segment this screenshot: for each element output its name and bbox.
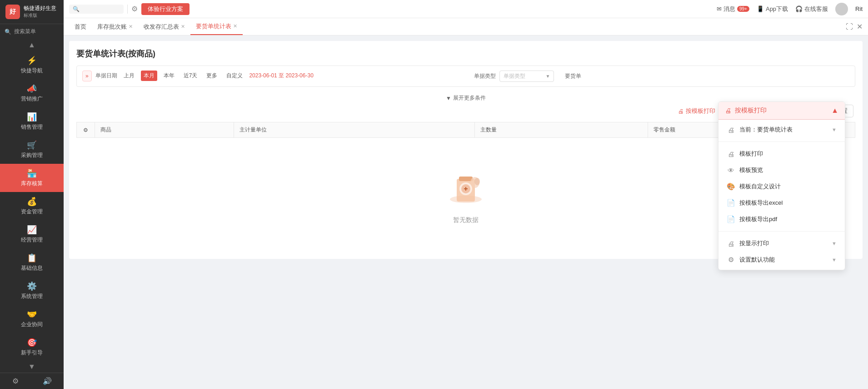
sidebar-item-basic[interactable]: 📋 基础信息 bbox=[0, 248, 64, 277]
type-select-arrow: ▼ bbox=[545, 74, 550, 79]
template-custom-label: 模板自定义设计 bbox=[739, 182, 781, 191]
dropdown-template-section: 🖨 模板打印 👁 模板预览 🎨 模板自定义设计 📄 按模板导出excel 📄 bbox=[718, 144, 845, 229]
current-arrow: ▼ bbox=[832, 127, 837, 132]
dropdown-default-settings[interactable]: ⚙ 设置默认功能 ▼ bbox=[718, 252, 845, 268]
sidebar-item-system[interactable]: ⚙️ 系统管理 bbox=[0, 277, 64, 305]
export-excel-label: 按模板导出excel bbox=[739, 199, 783, 207]
sidebar-scroll-up[interactable]: ▲ bbox=[0, 39, 64, 51]
sidebar-search[interactable]: 🔍 搜索菜单 bbox=[0, 24, 64, 39]
message-badge: 99+ bbox=[737, 6, 749, 12]
display-print-arrow: ▼ bbox=[832, 241, 837, 246]
dropdown-export-excel[interactable]: 📄 按模板导出excel bbox=[718, 195, 845, 211]
sidebar-item-enterprise[interactable]: 🤝 企业协同 bbox=[0, 305, 64, 333]
filter-expand-btn[interactable]: » bbox=[82, 71, 92, 81]
marketing-icon: 📣 bbox=[27, 84, 37, 94]
template-preview-label: 模板预览 bbox=[739, 166, 763, 174]
settings-bottom-icon[interactable]: ⚙ bbox=[12, 377, 19, 385]
tab-maximize-icon[interactable]: ⛶ bbox=[846, 23, 853, 31]
user-avatar[interactable] bbox=[835, 3, 848, 15]
date-prev-month-btn[interactable]: 上月 bbox=[121, 71, 137, 81]
tab-inventory-batch[interactable]: 库存批次账 ✕ bbox=[92, 19, 138, 35]
sidebar-item-marketing[interactable]: 📣 营销推广 bbox=[0, 79, 64, 107]
tab-order-stats-close[interactable]: ✕ bbox=[233, 23, 237, 29]
user-name: Rit bbox=[855, 5, 863, 12]
sidebar-item-label: 企业协同 bbox=[21, 321, 43, 328]
current-label: 当前：要货单统计表 bbox=[739, 126, 793, 134]
trial-btn[interactable]: 体验行业方案 bbox=[141, 3, 190, 15]
date-current-month-btn[interactable]: 本月 bbox=[141, 71, 157, 81]
dropdown-template-preview[interactable]: 👁 模板预览 bbox=[718, 162, 845, 178]
print-dropdown-header: 🖨 按模板打印 ▲ bbox=[718, 102, 845, 120]
dropdown-template-custom[interactable]: 🎨 模板自定义设计 bbox=[718, 178, 845, 195]
filter-bar: » 单据日期 上月 本月 本年 近7天 更多 自定义 2023-06-01 至 … bbox=[76, 66, 855, 87]
topbar-search-icon: 🔍 bbox=[73, 6, 80, 12]
service-icon: 🎧 bbox=[795, 5, 803, 12]
tab-order-stats[interactable]: 要货单统计表 ✕ bbox=[190, 19, 243, 35]
sidebar-item-label: 新手引导 bbox=[21, 349, 43, 357]
dropdown-display-print[interactable]: 🖨 按显示打印 ▼ bbox=[718, 235, 845, 252]
purchase-icon: 🛒 bbox=[27, 140, 37, 150]
type-select[interactable]: 单据类型 ▼ bbox=[499, 71, 554, 82]
topbar-message[interactable]: ✉ 消息 99+ bbox=[717, 5, 749, 13]
sidebar-item-label: 经营管理 bbox=[21, 236, 43, 244]
newbie-icon: 🎯 bbox=[27, 338, 37, 348]
export-excel-icon: 📄 bbox=[727, 199, 735, 207]
sidebar-bottom: ⚙ 🔊 bbox=[0, 373, 64, 389]
topbar-search[interactable]: 🔍 bbox=[69, 5, 124, 14]
tab-close-icon[interactable]: ✕ bbox=[857, 22, 863, 31]
col-settings[interactable]: ⚙ bbox=[77, 122, 95, 138]
tab-inventory-batch-label: 库存批次账 bbox=[97, 23, 127, 31]
sidebar-item-label: 营销推广 bbox=[21, 95, 43, 103]
print-dropdown-icon: 🖨 bbox=[725, 107, 731, 114]
date-custom-btn[interactable]: 自定义 bbox=[224, 71, 245, 81]
filter-section-date: 单据日期 上月 本月 本年 近7天 更多 自定义 2023-06-01 至 20… bbox=[95, 71, 471, 81]
template-custom-icon: 🎨 bbox=[727, 182, 735, 191]
tab-collection-summary[interactable]: 收发存汇总表 ✕ bbox=[138, 19, 190, 35]
print-dropdown-title-area: 🖨 按模板打印 bbox=[725, 106, 767, 115]
app-logo-icon: 好 bbox=[5, 5, 20, 19]
default-settings-icon: ⚙ bbox=[727, 256, 735, 264]
tab-home-label: 首页 bbox=[75, 23, 86, 31]
sidebar-item-finance[interactable]: 💰 资金管理 bbox=[0, 192, 64, 220]
topbar-online-service[interactable]: 🎧 在线客服 bbox=[795, 5, 828, 13]
current-icon: 🖨 bbox=[727, 126, 735, 134]
sound-icon[interactable]: 🔊 bbox=[43, 377, 52, 385]
dropdown-export-pdf[interactable]: 📄 按模板导出pdf bbox=[718, 211, 845, 227]
print-dropdown-title: 按模板打印 bbox=[735, 106, 767, 115]
date-current-year-btn[interactable]: 本年 bbox=[161, 71, 177, 81]
dropdown-divider-2 bbox=[718, 231, 845, 232]
tab-collection-summary-close[interactable]: ✕ bbox=[181, 24, 185, 30]
sidebar-scroll-down[interactable]: ▼ bbox=[0, 361, 64, 373]
template-print-label: 模板打印 bbox=[739, 150, 763, 158]
svg-point-8 bbox=[474, 178, 480, 185]
service-label: 在线客服 bbox=[804, 5, 828, 13]
sidebar-item-sales[interactable]: 📊 销售管理 bbox=[0, 107, 64, 136]
topbar-app-download[interactable]: 📱 App下载 bbox=[757, 5, 788, 13]
export-pdf-label: 按模板导出pdf bbox=[739, 215, 777, 223]
tab-home[interactable]: 首页 bbox=[69, 19, 92, 35]
sidebar-search-label: 搜索菜单 bbox=[14, 28, 36, 35]
sidebar-item-newbie[interactable]: 🎯 新手引导 bbox=[0, 333, 64, 361]
topbar-divider bbox=[127, 5, 128, 14]
print-dropdown-close[interactable]: ▲ bbox=[831, 106, 838, 115]
date-last-7-days-btn[interactable]: 近7天 bbox=[181, 71, 200, 81]
sidebar-item-label: 快捷导航 bbox=[21, 67, 43, 75]
topbar-gear-icon[interactable]: ⚙ bbox=[131, 5, 138, 13]
tab-inventory-batch-close[interactable]: ✕ bbox=[129, 24, 133, 30]
dropdown-template-print[interactable]: 🖨 模板打印 bbox=[718, 146, 845, 162]
page-title: 要货单统计表(按商品) bbox=[76, 48, 855, 59]
sidebar-item-operations[interactable]: 📈 经营管理 bbox=[0, 220, 64, 248]
display-print-icon: 🖨 bbox=[727, 240, 735, 248]
sidebar-item-inventory[interactable]: 🏪 库存核算 bbox=[0, 164, 64, 192]
finance-icon: 💰 bbox=[27, 197, 37, 207]
date-more-btn[interactable]: 更多 bbox=[204, 71, 220, 81]
sidebar-item-quick-nav[interactable]: ⚡ 快捷导航 bbox=[0, 51, 64, 79]
app-name: 畅捷通好生意 bbox=[24, 5, 56, 12]
col-goods: 商品 bbox=[95, 122, 234, 138]
message-icon: ✉ bbox=[717, 5, 722, 12]
sidebar-item-purchase[interactable]: 🛒 采购管理 bbox=[0, 136, 64, 164]
sidebar-item-label: 库存核算 bbox=[21, 180, 43, 187]
sidebar-item-label: 系统管理 bbox=[21, 293, 43, 300]
type-select-value: 单据类型 bbox=[504, 72, 544, 80]
dropdown-current-item[interactable]: 🖨 当前：要货单统计表 ▼ bbox=[718, 121, 845, 138]
